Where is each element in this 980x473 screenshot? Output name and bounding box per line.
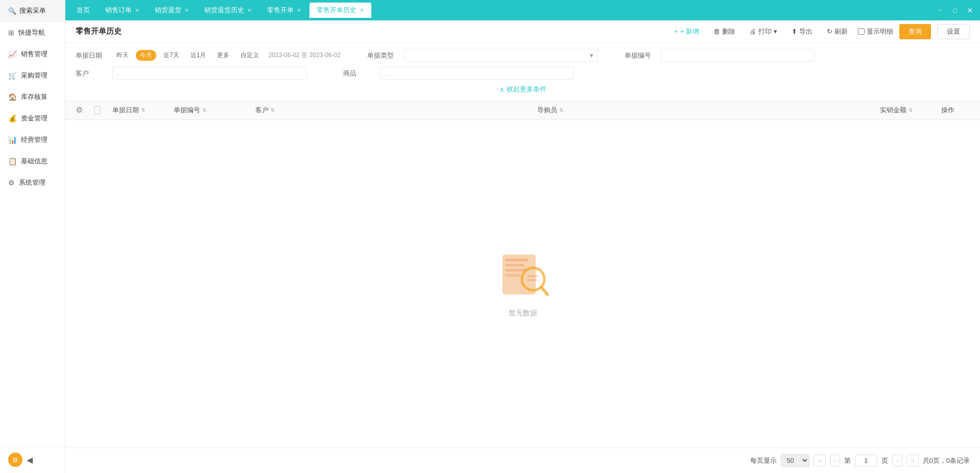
tab-retail-history-close[interactable]: ✕ <box>360 7 364 14</box>
th-spacer <box>592 106 874 114</box>
tab-home[interactable]: 首页 <box>69 3 97 18</box>
sidebar-item-system[interactable]: ⚙ 系统管理 <box>0 172 65 193</box>
filter-row-2: 客户 ... 商品 ... <box>76 67 970 80</box>
trash-icon: 🗑 <box>713 28 720 35</box>
tab-retail-history[interactable]: 零售开单历史 ✕ <box>309 3 371 18</box>
date-btn-more[interactable]: 更多 <box>213 49 233 61</box>
close-btn[interactable]: ✕ <box>964 6 976 15</box>
tab-sales-return-history-close[interactable]: ✕ <box>247 7 252 14</box>
doc-type-filter-label: 单据类型 <box>367 51 398 60</box>
settings-button[interactable]: 设置 <box>937 24 970 39</box>
date-btn-today[interactable]: 今天 <box>136 50 156 61</box>
tab-retail-history-label: 零售开单历史 <box>317 6 356 15</box>
display-detail-checkbox[interactable] <box>858 28 865 35</box>
gear-icon: ⚙ <box>12 456 18 464</box>
sidebar-item-quick-nav[interactable]: ⊞ 快捷导航 <box>0 22 65 43</box>
add-button[interactable]: + + 新增 <box>670 25 703 38</box>
tab-sales-return-history[interactable]: 销货退货历史 ✕ <box>197 3 259 18</box>
page-input[interactable] <box>855 455 877 466</box>
pagination-summary: 共0页，0条记录 <box>923 456 970 465</box>
sidebar-item-label: 系统管理 <box>19 178 45 187</box>
minimize-btn[interactable]: － <box>933 5 946 16</box>
tab-retail-open[interactable]: 零售开单 ✕ <box>260 3 308 18</box>
doc-type-select[interactable]: ▾ <box>404 49 598 62</box>
collapse-filter-btn[interactable]: ∧ 收起更多条件 <box>76 85 970 94</box>
date-btn-7days[interactable]: 近7天 <box>159 49 183 61</box>
per-page-label: 每页显示 <box>750 456 777 465</box>
query-button[interactable]: 查询 <box>899 24 931 39</box>
th-settings[interactable]: ⚙ <box>69 101 88 119</box>
date-btn-1month[interactable]: 近1月 <box>186 49 210 61</box>
sidebar-item-label: 快捷导航 <box>18 28 45 37</box>
export-label: 导出 <box>799 27 812 36</box>
date-btn-custom[interactable]: 自定义 <box>236 49 263 61</box>
per-page-select[interactable]: 50 10 20 100 <box>781 454 809 467</box>
first-page-btn[interactable]: « <box>814 455 825 466</box>
sort-customer-icon[interactable]: ⇅ <box>271 107 275 113</box>
th-customer[interactable]: 客户 ⇅ <box>249 102 531 119</box>
th-customer-label: 客户 <box>255 106 269 115</box>
search-icon: 🔍 <box>8 7 16 15</box>
display-detail-toggle[interactable]: 显示明细 <box>858 27 893 36</box>
sidebar-item-label: 销售管理 <box>21 49 47 59</box>
export-icon: ⬆ <box>792 28 797 35</box>
tab-sales-order[interactable]: 销售订单 ✕ <box>98 3 147 18</box>
th-amount[interactable]: 实销金额 ⇅ <box>874 102 935 119</box>
svg-rect-1 <box>505 259 528 261</box>
sidebar-item-sales-mgmt[interactable]: 📈 销售管理 <box>0 43 65 65</box>
tab-sales-return-history-label: 销货退货历史 <box>204 6 244 15</box>
th-date[interactable]: 单据日期 ⇅ <box>106 102 168 119</box>
print-button[interactable]: 🖨 打印 ▾ <box>746 25 781 38</box>
operation-icon: 📊 <box>8 136 17 144</box>
customer-select[interactable]: ... <box>112 67 306 80</box>
sidebar-item-finance[interactable]: 💰 资金管理 <box>0 108 65 129</box>
next-page-btn[interactable]: › <box>892 455 902 466</box>
sort-num-icon[interactable]: ⇅ <box>202 107 206 113</box>
th-salesperson-label: 导购员 <box>537 106 557 115</box>
tab-sales-return[interactable]: 销货退货 ✕ <box>148 3 196 18</box>
display-detail-label: 显示明细 <box>867 27 893 36</box>
settings-bottom-icon[interactable]: ⚙ <box>8 453 22 467</box>
sidebar-collapse-btn[interactable]: ◀ <box>27 455 33 465</box>
sidebar-item-purchase-mgmt[interactable]: 🛒 采购管理 <box>0 65 65 86</box>
sidebar-item-basic-info[interactable]: 📋 基础信息 <box>0 151 65 172</box>
sort-date-icon[interactable]: ⇅ <box>141 107 145 113</box>
page-label: 页 <box>881 456 888 465</box>
tabbar: 首页 销售订单 ✕ 销货退货 ✕ 销货退货历史 ✕ 零售开单 ✕ 零售开单历史 … <box>65 0 980 20</box>
goods-select[interactable]: ... <box>380 67 574 80</box>
tab-sales-return-close[interactable]: ✕ <box>184 7 189 14</box>
date-btn-yesterday[interactable]: 昨天 <box>112 49 133 61</box>
doc-num-input[interactable] <box>661 49 815 62</box>
filter-dates: 昨天 今天 近7天 近1月 更多 自定义 2023-06-02 至 2023-0… <box>112 49 341 61</box>
add-icon: + <box>674 28 678 35</box>
sidebar-item-operation[interactable]: 📊 经营管理 <box>0 129 65 151</box>
prev-page-btn[interactable]: ‹ <box>830 455 840 466</box>
tab-sales-return-label: 销货退货 <box>155 6 181 15</box>
sort-amount-icon[interactable]: ⇅ <box>909 107 913 113</box>
basic-info-icon: 📋 <box>8 157 17 165</box>
th-checkbox[interactable] <box>88 102 106 118</box>
maximize-btn[interactable]: □ <box>950 6 960 15</box>
sidebar-bottom: ⚙ ◀ <box>0 446 65 473</box>
table-area: ⚙ 单据日期 ⇅ 单据编号 ⇅ 客户 ⇅ 导购员 ⇅ 实 <box>65 101 980 447</box>
refresh-button[interactable]: ↻ 刷新 <box>823 25 852 38</box>
sort-salesperson-icon[interactable]: ⇅ <box>559 107 563 113</box>
sidebar-item-label: 采购管理 <box>21 71 47 80</box>
tab-sales-order-close[interactable]: ✕ <box>135 7 139 14</box>
settings-gear-icon[interactable]: ⚙ <box>76 105 83 115</box>
tab-retail-open-close[interactable]: ✕ <box>297 7 301 14</box>
table-header: ⚙ 单据日期 ⇅ 单据编号 ⇅ 客户 ⇅ 导购员 ⇅ 实 <box>65 101 980 120</box>
export-button[interactable]: ⬆ 导出 <box>787 25 817 38</box>
sidebar-item-inventory[interactable]: 🏠 库存核算 <box>0 86 65 108</box>
sidebar-search[interactable]: 🔍 搜索采单 <box>0 0 65 22</box>
di-label: 第 <box>844 456 851 465</box>
th-salesperson[interactable]: 导购员 ⇅ <box>531 102 592 119</box>
svg-rect-3 <box>505 269 527 271</box>
svg-rect-2 <box>505 264 524 266</box>
last-page-btn[interactable]: » <box>906 455 918 466</box>
delete-button[interactable]: 🗑 删除 <box>709 25 739 38</box>
th-num[interactable]: 单据编号 ⇅ <box>168 102 249 119</box>
select-all-checkbox[interactable] <box>94 106 100 114</box>
add-label: + 新增 <box>680 27 699 36</box>
collapse-label: 收起更多条件 <box>507 85 546 94</box>
